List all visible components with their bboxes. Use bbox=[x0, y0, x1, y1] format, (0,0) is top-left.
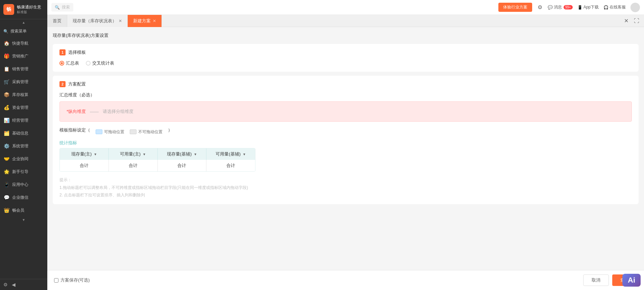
tab-inventory[interactable]: 现存量（库存状况表） ✕ bbox=[67, 15, 128, 27]
sidebar-item-operation[interactable]: 📊 经营管理 bbox=[0, 114, 47, 127]
stats-table-body: 合计 合计 合计 合计 bbox=[60, 160, 255, 171]
cart-icon: 🛒 bbox=[3, 79, 9, 85]
footer-save: 方案保存(可选) bbox=[54, 277, 90, 283]
sidebar-item-enterprise[interactable]: 🤝 企业协同 bbox=[0, 152, 47, 165]
headset-icon: 🎧 bbox=[603, 5, 609, 10]
dimension-placeholder: 请选择分组维度 bbox=[103, 108, 133, 115]
chevron-down-icon: ▼ bbox=[94, 152, 97, 156]
header-existing-main[interactable]: 现存量(主) ▼ bbox=[60, 148, 109, 160]
option-cross[interactable]: 交叉统计表 bbox=[86, 60, 114, 66]
tip1: 1.拖动标题栏可以调整布局，不可跨维度或指标区域拖动栏目字段(只能在同一维度或指… bbox=[59, 184, 632, 192]
save-checkbox[interactable] bbox=[54, 278, 58, 283]
body-existing-main: 合计 bbox=[60, 160, 109, 171]
option-summary[interactable]: 汇总表 bbox=[59, 60, 79, 66]
section2-number: 2 bbox=[59, 81, 66, 87]
topbar-right: 💬 消息 99+ 📱 App下载 🎧 在线客服 bbox=[548, 3, 640, 12]
crown-icon: 👑 bbox=[3, 207, 9, 213]
tips-section: 提示： 1.拖动标题栏可以调整布局，不可跨维度或指标区域拖动栏目字段(只能在同一… bbox=[59, 177, 632, 199]
metrics-label-suffix: ） bbox=[168, 127, 172, 133]
star-icon: 🌟 bbox=[3, 169, 9, 175]
body-existing-aux: 合计 bbox=[158, 160, 207, 171]
tab-inventory-close[interactable]: ✕ bbox=[119, 19, 122, 23]
topbar: 🔍 搜索 体验行业方案 ⚙ 💬 消息 99+ 📱 App下载 🎧 在线客服 bbox=[47, 0, 644, 15]
sidebar-search[interactable]: 🔍 搜索菜单 bbox=[0, 26, 47, 37]
sidebar-item-inventory[interactable]: 📦 库存核算 bbox=[0, 88, 47, 101]
tips-header: 提示： bbox=[59, 177, 632, 183]
sidebar-scroll-down[interactable]: ▼ bbox=[0, 217, 47, 223]
settings-bottom-icon[interactable]: ⚙ bbox=[3, 282, 8, 287]
search-icon: 🔍 bbox=[3, 29, 8, 34]
message-item[interactable]: 💬 消息 99+ bbox=[548, 4, 573, 10]
section1-header: 1 选择模板 bbox=[59, 49, 632, 55]
ai-badge[interactable]: Ai bbox=[622, 274, 641, 287]
header-available-main[interactable]: 可用量(主) ▼ bbox=[109, 148, 158, 160]
app-name: 畅康通好生意 标准版 bbox=[17, 5, 41, 15]
sidebar-item-newbie[interactable]: 🌟 新手引导 bbox=[0, 165, 47, 178]
summary-dimension-label: 汇总维度（必选） bbox=[59, 92, 632, 98]
tab-new-plan[interactable]: 新建方案 ✕ bbox=[128, 15, 162, 27]
section2-card: 2 方案配置 汇总维度（必选） *纵向维度 —— 请选择分组维度 模板指标设定（ bbox=[53, 76, 639, 204]
tab-new-plan-close[interactable]: ✕ bbox=[153, 19, 156, 23]
cancel-button[interactable]: 取消 bbox=[583, 274, 609, 286]
metrics-section: 模板指标设定（ 可拖动位置 不可拖动位置 ） 统计指标 bbox=[59, 127, 632, 172]
config-section: 汇总维度（必选） *纵向维度 —— 请选择分组维度 模板指标设定（ 可拖动位置 bbox=[59, 92, 632, 199]
topbar-settings-icon[interactable]: ⚙ bbox=[536, 4, 544, 10]
dimension-row: *纵向维度 —— 请选择分组维度 bbox=[67, 108, 625, 115]
topbar-search-icon: 🔍 bbox=[55, 5, 60, 10]
tip2: 2. 点击标题栏下拉可设置排序、插入列和删除列 bbox=[59, 192, 632, 199]
box-icon: 📦 bbox=[3, 92, 9, 98]
tab-home[interactable]: 首页 bbox=[47, 15, 67, 27]
gift-icon: 🎁 bbox=[3, 53, 9, 59]
stats-table-header: 现存量(主) ▼ 可用量(主) ▼ 现存量(基辅) ▼ bbox=[60, 148, 255, 160]
sidebar-item-finance[interactable]: 💰 资金管理 bbox=[0, 101, 47, 114]
home-icon: 🏠 bbox=[3, 40, 9, 46]
customer-service-item[interactable]: 🎧 在线客服 bbox=[603, 4, 626, 10]
section1-title: 选择模板 bbox=[68, 49, 86, 55]
sidebar-scroll-up[interactable]: ▲ bbox=[0, 19, 47, 26]
sidebar-item-basic[interactable]: 🗂️ 基础信息 bbox=[0, 127, 47, 140]
settings-icon: ⚙️ bbox=[3, 143, 9, 149]
sidebar-item-purchase[interactable]: 🛒 采购管理 bbox=[0, 75, 47, 88]
non-draggable-indicator bbox=[130, 129, 137, 134]
sidebar-item-sales[interactable]: 📋 销售管理 bbox=[0, 63, 47, 75]
experience-button[interactable]: 体验行业方案 bbox=[498, 3, 532, 12]
clipboard-icon: 📋 bbox=[3, 66, 9, 72]
topbar-search[interactable]: 🔍 搜索 bbox=[51, 3, 73, 11]
chevron-down-icon: ▼ bbox=[194, 152, 197, 156]
tabs-bar: 首页 现存量（库存状况表） ✕ 新建方案 ✕ ✕ ⛶ bbox=[47, 15, 644, 27]
header-existing-aux[interactable]: 现存量(基辅) ▼ bbox=[158, 148, 207, 160]
sidebar-item-apps[interactable]: 📱 应用中心 bbox=[0, 178, 47, 191]
sidebar-item-wechat[interactable]: 💬 企业微信 bbox=[0, 191, 47, 204]
page-content: 现存量(库存状况表)方案设置 1 选择模板 汇总表 交叉统计表 2 bbox=[47, 27, 644, 270]
draggable-legend: 模板指标设定（ 可拖动位置 不可拖动位置 ） bbox=[59, 127, 632, 137]
body-available-aux: 合计 bbox=[206, 160, 255, 171]
chevron-down-icon: ▼ bbox=[243, 152, 246, 156]
sidebar-item-member[interactable]: 👑 畅会员 bbox=[0, 204, 47, 217]
sidebar: 畅 畅康通好生意 标准版 ▲ 🔍 搜索菜单 🏠 快捷导航 🎁 营销推广 📋 销售… bbox=[0, 0, 47, 290]
mobile-icon: 📱 bbox=[3, 182, 9, 188]
template-options: 汇总表 交叉统计表 bbox=[59, 60, 632, 66]
handshake-icon: 🤝 bbox=[3, 156, 9, 162]
fullscreen-action[interactable]: ⛶ bbox=[632, 17, 641, 25]
chat-icon: 💬 bbox=[3, 194, 9, 200]
chevron-down-icon: ▼ bbox=[143, 152, 146, 156]
user-avatar[interactable] bbox=[630, 3, 640, 12]
collapse-icon[interactable]: ◀ bbox=[12, 282, 16, 287]
sidebar-bottom: ⚙ ◀ bbox=[0, 279, 47, 290]
section1-number: 1 bbox=[59, 49, 66, 55]
radio-summary[interactable] bbox=[59, 61, 64, 66]
tabs-actions: ✕ ⛶ bbox=[622, 17, 644, 25]
header-available-aux[interactable]: 可用量(基辅) ▼ bbox=[206, 148, 255, 160]
app-download-item[interactable]: 📱 App下载 bbox=[577, 4, 599, 10]
section2-header: 2 方案配置 bbox=[59, 81, 632, 87]
sidebar-item-quick-nav[interactable]: 🏠 快捷导航 bbox=[0, 37, 47, 50]
sidebar-item-marketing[interactable]: 🎁 营销推广 bbox=[0, 50, 47, 63]
radio-cross[interactable] bbox=[86, 61, 91, 66]
dimension-required-label: *纵向维度 bbox=[67, 108, 86, 115]
folder-icon: 🗂️ bbox=[3, 130, 9, 136]
stats-table: 现存量(主) ▼ 可用量(主) ▼ 现存量(基辅) ▼ bbox=[59, 148, 255, 172]
sidebar-logo: 畅 畅康通好生意 标准版 bbox=[0, 0, 47, 19]
page-footer: 方案保存(可选) 取消 查询 bbox=[47, 270, 644, 290]
close-tab-action[interactable]: ✕ bbox=[622, 17, 630, 25]
sidebar-item-system[interactable]: ⚙️ 系统管理 bbox=[0, 140, 47, 152]
